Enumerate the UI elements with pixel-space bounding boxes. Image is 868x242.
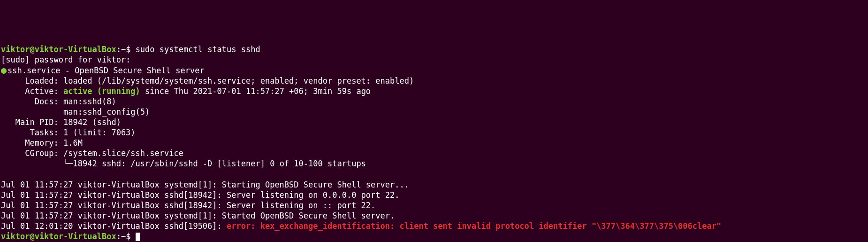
tasks-label: Tasks: xyxy=(1,128,63,137)
command-text: sudo systemctl status sshd xyxy=(136,45,260,54)
active-label: Active: xyxy=(1,86,63,96)
prompt-line-2: viktor@viktor-VirtualBox:~$ xyxy=(1,232,136,241)
log-line: Jul 01 11:57:27 viktor-VirtualBox system… xyxy=(1,211,395,220)
error-prefix: Jul 01 12:01:20 viktor-VirtualBox sshd[1… xyxy=(1,221,227,231)
prompt-dollar: $ xyxy=(126,45,135,54)
error-message: error: kex_exchange_identification: clie… xyxy=(227,221,721,231)
active-since: since Thu 2021-07-01 11:57:27 +06; 3min … xyxy=(140,86,371,96)
memory-value: 1.6M xyxy=(63,138,83,148)
log-line: Jul 01 11:57:27 viktor-VirtualBox system… xyxy=(1,180,409,189)
mainpid-value: 18942 (sshd) xyxy=(63,117,121,127)
terminal-output[interactable]: viktor@viktor-VirtualBox:~$ sudo systemc… xyxy=(1,44,867,242)
cursor-icon xyxy=(136,233,140,241)
prompt-line-1: viktor@viktor-VirtualBox:~$ sudo systemc… xyxy=(1,45,260,54)
log-line-error: Jul 01 12:01:20 viktor-VirtualBox sshd[1… xyxy=(1,221,721,231)
active-state: active (running) xyxy=(63,86,140,96)
prompt-path: ~ xyxy=(121,45,126,54)
sudo-password-line: [sudo] password for viktor: xyxy=(1,55,130,64)
cgroup-label: CGroup: xyxy=(1,148,63,158)
docs-value-1: man:sshd(8) xyxy=(63,97,116,106)
prompt-sep: : xyxy=(116,45,121,54)
prompt-user: viktor@viktor-VirtualBox xyxy=(1,232,116,241)
cgroup-tree-value: 18942 sshd: /usr/sbin/sshd -D [listener]… xyxy=(73,159,366,168)
log-line: Jul 01 11:57:27 viktor-VirtualBox sshd[1… xyxy=(1,190,400,200)
prompt-path: ~ xyxy=(121,232,126,241)
loaded-label: Loaded: xyxy=(1,76,63,86)
docs-indent xyxy=(1,107,63,117)
tasks-value: 1 (limit: 7063) xyxy=(63,128,136,137)
tree-branch-icon: └─ xyxy=(63,159,73,168)
service-name: ssh.service - OpenBSD Secure Shell serve… xyxy=(8,66,205,75)
loaded-value: loaded (/lib/systemd/system/ssh.service;… xyxy=(63,76,414,86)
docs-label: Docs: xyxy=(1,97,63,106)
docs-value-2: man:sshd_config(5) xyxy=(63,107,150,117)
log-line: Jul 01 11:57:27 viktor-VirtualBox sshd[1… xyxy=(1,201,375,210)
cgroup-value: /system.slice/ssh.service xyxy=(63,148,183,158)
prompt-user: viktor@viktor-VirtualBox xyxy=(1,45,116,54)
prompt-dollar: $ xyxy=(126,232,135,241)
prompt-sep: : xyxy=(116,232,121,241)
status-dot xyxy=(1,68,7,74)
mainpid-label: Main PID: xyxy=(1,117,63,127)
cgroup-tree-indent xyxy=(1,159,63,168)
memory-label: Memory: xyxy=(1,138,63,148)
